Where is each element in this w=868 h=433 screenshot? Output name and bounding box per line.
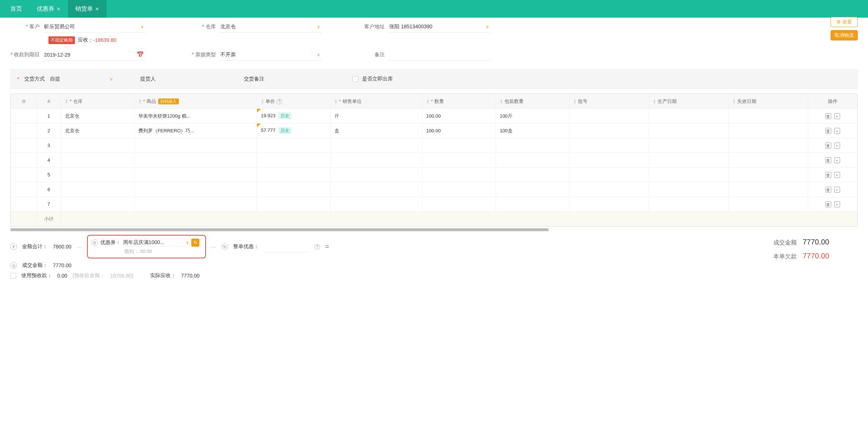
receivable-label: 应收：	[78, 37, 93, 43]
delivery-remark-label: 交货备注	[244, 76, 264, 82]
sort-icon[interactable]: ▲▼	[573, 99, 576, 104]
close-icon[interactable]: ✕	[95, 6, 99, 12]
history-button[interactable]: 历史	[278, 112, 292, 119]
customer-address-select[interactable]: 张阳 18513400390∨	[388, 21, 491, 33]
outbound-now-checkbox[interactable]	[352, 76, 358, 82]
deduct-label: 抵扣：	[124, 248, 139, 254]
tab-sales-order[interactable]: 销货单✕	[68, 0, 106, 18]
calendar-icon: 📅	[137, 51, 144, 58]
pay-due-date-input[interactable]: 2019-12-29📅	[43, 49, 145, 61]
currency-icon: ¥	[10, 243, 17, 250]
coupon-label: 优惠券：	[100, 239, 121, 246]
table-settings-button[interactable]: ⚙	[11, 94, 37, 109]
remark-input[interactable]	[388, 49, 491, 61]
actual-recv-value: 7770.00	[181, 273, 200, 279]
outbound-now-label: 是否立即出库	[362, 76, 393, 82]
settings-button[interactable]: ⚙ 设置	[831, 17, 858, 27]
deal-value: 7770.00	[53, 262, 72, 268]
table-row[interactable]: 4 🗑 ＋	[11, 153, 857, 168]
delete-row-icon[interactable]: 🗑	[825, 187, 831, 193]
table-row[interactable]: 5 🗑 ＋	[11, 168, 857, 182]
deal-label: 成交金额：	[22, 262, 48, 269]
right-deal-value: 7770.00	[803, 238, 829, 246]
chevron-down-icon: ∨	[310, 24, 320, 29]
coupon-box: ☰ 优惠券： 周年店庆满1000...∨ ↻ 抵扣： 30.00	[87, 235, 206, 258]
line-items-table: ⚙ # ▲▼*仓库 ▲▼*商品扫码录入 ▲▼单价? ▲▼*销售单位 ▲▼*数量 …	[10, 93, 858, 227]
delivery-remark-input[interactable]	[268, 73, 327, 85]
right-owed-label: 本单欠款	[773, 253, 797, 261]
add-row-icon[interactable]: ＋	[834, 201, 840, 207]
sort-icon[interactable]: ▲▼	[261, 99, 264, 104]
picker-input[interactable]	[159, 73, 218, 85]
coupon-icon: ☰	[91, 239, 98, 246]
receipt-type-select[interactable]: 不开票∨	[219, 49, 322, 61]
add-row-icon[interactable]: ＋	[834, 157, 840, 163]
add-row-icon[interactable]: ＋	[834, 113, 840, 119]
add-row-icon[interactable]: ＋	[834, 172, 840, 178]
delete-row-icon[interactable]: 🗑	[825, 201, 831, 207]
delete-row-icon[interactable]: 🗑	[825, 143, 831, 148]
period-badge: 不固定账期	[48, 36, 75, 44]
right-owed-value: 7770.00	[803, 252, 829, 260]
sort-icon[interactable]: ▲▼	[65, 99, 68, 104]
customer-select[interactable]: 昕乐贸易公司∨	[43, 21, 145, 33]
delete-row-icon[interactable]: 🗑	[825, 113, 831, 119]
help-icon[interactable]: ?	[315, 244, 320, 250]
close-icon[interactable]: ✕	[57, 6, 61, 12]
order-discount-input[interactable]	[264, 241, 308, 253]
picker-label: 提货人	[140, 76, 156, 82]
sort-icon[interactable]: ▲▼	[138, 99, 142, 104]
table-row[interactable]: 6 🗑 ＋	[11, 182, 857, 197]
cancel-logistics-button[interactable]: 取消物流	[831, 30, 858, 40]
receivable-value: -18639.80	[93, 37, 116, 43]
sort-icon[interactable]: ▲▼	[334, 99, 338, 104]
delivery-method-label: 交货方式	[24, 76, 45, 82]
sort-icon[interactable]: ▲▼	[500, 99, 503, 104]
prepay-hint-label: (预收款金额：	[72, 272, 105, 279]
table-row[interactable]: 7 🗑 ＋	[11, 197, 857, 212]
form-area: *客户 昕乐贸易公司∨ *仓库 北京仓∨ 客户地址 张阳 18513400390…	[0, 18, 868, 66]
chevron-down-icon: ∨	[102, 76, 113, 82]
chevron-down-icon: ∨	[310, 52, 320, 57]
subtotal-row: 小计	[11, 212, 857, 226]
right-deal-label: 成交金额	[773, 239, 797, 247]
add-row-icon[interactable]: ＋	[834, 187, 840, 193]
tabs-bar: 首页 优惠券✕ 销货单✕	[0, 0, 868, 18]
delete-row-icon[interactable]: 🗑	[825, 172, 831, 178]
warehouse-select[interactable]: 北京仓∨	[219, 21, 322, 33]
total-label: 金额合计：	[22, 243, 48, 250]
horizontal-scrollbar[interactable]	[10, 228, 549, 231]
prepay-hint-value: 18706.80)	[110, 273, 133, 279]
add-row-icon[interactable]: ＋	[834, 128, 840, 134]
tab-home[interactable]: 首页	[3, 0, 29, 18]
order-discount-label: 整单优惠：	[233, 243, 259, 250]
delivery-bar: *交货方式 自提∨ 提货人 交货备注 是否立即出库	[10, 69, 858, 89]
delete-row-icon[interactable]: 🗑	[825, 157, 831, 163]
table-row[interactable]: 1 北京仓 华美华夫软饼1200g 糕... 19.923 历史 斤 100.0…	[11, 109, 857, 124]
refresh-coupon-button[interactable]: ↻	[191, 239, 199, 247]
tab-coupon[interactable]: 优惠券✕	[29, 0, 68, 18]
help-icon[interactable]: ?	[276, 99, 282, 104]
use-prepay-label: 使用预收款：	[21, 272, 52, 279]
table-row[interactable]: 2 北京仓 费列罗（FERRERO）巧... 57.777 历史 盒 100.0…	[11, 124, 857, 138]
chevron-down-icon: ∨	[178, 240, 189, 245]
add-row-icon[interactable]: ＋	[834, 143, 840, 148]
sort-icon[interactable]: ▲▼	[426, 99, 430, 104]
scan-input-button[interactable]: 扫码录入	[158, 99, 179, 104]
use-prepay-checkbox[interactable]	[10, 273, 16, 279]
chevron-down-icon: ∨	[133, 24, 144, 29]
total-value: 7800.00	[53, 244, 72, 250]
deal-icon: ◎	[10, 262, 17, 269]
deduct-value: 30.00	[140, 248, 152, 254]
sort-icon[interactable]: ▲▼	[733, 99, 736, 104]
actual-recv-label: 实际应收：	[150, 272, 176, 279]
coupon-select[interactable]: 周年店庆满1000...∨	[123, 239, 189, 246]
delivery-method-select[interactable]: 自提∨	[48, 73, 115, 85]
sort-icon[interactable]: ▲▼	[653, 99, 656, 104]
table-row[interactable]: 3 🗑 ＋	[11, 138, 857, 153]
history-button[interactable]: 历史	[278, 127, 292, 134]
delete-row-icon[interactable]: 🗑	[825, 128, 831, 134]
discount-icon: %	[221, 243, 228, 250]
equals-icon: =	[325, 243, 329, 251]
chevron-down-icon: ∨	[478, 24, 489, 29]
